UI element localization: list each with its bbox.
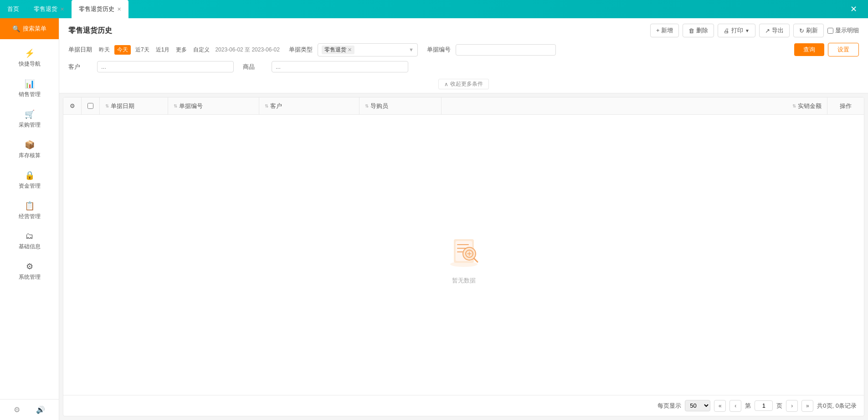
content-area: 零售退货历史 + 新增 🗑 删除 🖨 打印 ▼ ↗ 导出	[59, 18, 868, 420]
svg-line-7	[474, 258, 478, 262]
th-date-label: 单据日期	[111, 102, 134, 110]
export-button[interactable]: ↗ 导出	[759, 24, 790, 37]
page-go-text: 第	[745, 402, 751, 410]
th-no-label: 单据编号	[179, 102, 203, 110]
table-header: ⚙ ⇅ 单据日期 ⇅ 单据编号 ⇅ 客户 ⇅	[63, 97, 864, 115]
page-header-top: 零售退货历史 + 新增 🗑 删除 🖨 打印 ▼ ↗ 导出	[68, 24, 859, 37]
tab-retail-return-history[interactable]: 零售退货历史 ✕	[72, 0, 128, 18]
query-button[interactable]: 查询	[794, 43, 824, 56]
last7-shortcut[interactable]: 近7天	[134, 45, 151, 55]
th-action-label: 操作	[840, 102, 852, 110]
sidebar-item-basic-info[interactable]: 🗂 基础信息	[0, 226, 59, 256]
sidebar-item-purchase-label: 采购管理	[19, 121, 41, 129]
select-all-checkbox[interactable]	[87, 103, 93, 109]
yesterday-shortcut[interactable]: 昨天	[97, 45, 112, 55]
app-close-button[interactable]: ✕	[847, 4, 861, 14]
finance-icon: 🔒	[25, 170, 35, 180]
th-settings[interactable]: ⚙	[63, 97, 82, 114]
date-range-display: 2023-06-02 至 2023-06-02	[215, 46, 279, 54]
sidebar-item-system-label: 系统管理	[19, 273, 41, 281]
page-number-input[interactable]	[755, 400, 773, 411]
purchase-icon: 🛒	[25, 109, 35, 119]
delete-button[interactable]: 🗑 删除	[683, 24, 714, 37]
page-size-label: 每页显示	[657, 402, 681, 410]
th-amount[interactable]: ⇅ 实销金额	[442, 97, 827, 114]
sidebar-item-basic-info-label: 基础信息	[19, 243, 41, 251]
sidebar-item-sales-mgmt[interactable]: 📊 销售管理	[0, 73, 59, 104]
th-checkbox[interactable]	[82, 97, 100, 114]
th-guide[interactable]: ⇅ 导购员	[360, 97, 442, 114]
collapse-up-icon: ∧	[444, 81, 448, 87]
sidebar-bottom: ⚙ 🔊	[0, 399, 59, 420]
header-actions: + 新增 🗑 删除 🖨 打印 ▼ ↗ 导出 ↻	[650, 24, 859, 37]
tab-home[interactable]: 首页	[0, 0, 26, 18]
custom-shortcut[interactable]: 自定义	[191, 45, 211, 55]
th-no[interactable]: ⇅ 单据编号	[168, 97, 259, 114]
last-page-icon: »	[806, 403, 809, 409]
table-container: ⚙ ⇅ 单据日期 ⇅ 单据编号 ⇅ 客户 ⇅	[63, 97, 864, 416]
today-shortcut[interactable]: 今天	[114, 45, 131, 55]
goods-input[interactable]	[272, 61, 408, 72]
tab-retail-return[interactable]: 零售退货 ✕	[26, 0, 72, 18]
first-page-button[interactable]: «	[714, 400, 726, 412]
last-page-button[interactable]: »	[801, 400, 813, 412]
sidebar-item-operation[interactable]: 📋 经营管理	[0, 195, 59, 226]
page-header: 零售退货历史 + 新增 🗑 删除 🖨 打印 ▼ ↗ 导出	[59, 18, 868, 93]
operation-icon: 📋	[25, 201, 35, 211]
sidebar-item-system[interactable]: ⚙ 系统管理	[0, 256, 59, 287]
print-button[interactable]: 🖨 打印 ▼	[718, 24, 755, 37]
tab-home-label: 首页	[7, 5, 19, 13]
sidebar-item-finance[interactable]: 🔒 资金管理	[0, 165, 59, 195]
more-shortcut[interactable]: 更多	[174, 45, 189, 55]
prev-page-icon: ‹	[734, 403, 736, 409]
last-month-shortcut[interactable]: 近1月	[154, 45, 172, 55]
show-detail-checkbox[interactable]	[827, 28, 833, 34]
settings-gear-icon[interactable]: ⚙	[14, 405, 20, 414]
date-filter-item: 单据日期 昨天 今天 近7天 近1月 更多 自定义 2023-06-02 至 2…	[68, 45, 280, 55]
sidebar-item-inventory[interactable]: 📦 库存核算	[0, 134, 59, 165]
th-customer[interactable]: ⇅ 客户	[259, 97, 360, 114]
tab-list: 首页 零售退货 ✕ 零售退货历史 ✕	[0, 0, 847, 18]
tab-retail-return-history-close[interactable]: ✕	[117, 6, 121, 12]
doc-no-label: 单据编号	[427, 46, 452, 54]
search-icon: 🔍	[12, 25, 20, 32]
prev-page-button[interactable]: ‹	[729, 400, 741, 412]
collapse-button[interactable]: ∧ 收起更多条件	[438, 79, 489, 89]
doc-type-filter-item: 单据类型 零售退货 ✕ ▼	[289, 43, 418, 56]
sidebar-search-label: 搜索菜单	[23, 25, 46, 33]
doc-type-chevron-icon: ▼	[409, 47, 414, 52]
doc-no-input[interactable]	[456, 44, 556, 56]
tab-retail-return-label: 零售退货	[34, 5, 57, 13]
tab-retail-return-close[interactable]: ✕	[60, 6, 64, 12]
top-nav-right: ✕	[847, 4, 868, 14]
show-detail-checkbox-label[interactable]: 显示明细	[827, 26, 859, 35]
empty-state-illustration	[441, 225, 487, 271]
next-page-icon: ›	[791, 403, 793, 409]
sidebar-item-purchase-mgmt[interactable]: 🛒 采购管理	[0, 104, 59, 134]
page-size-select[interactable]: 50 10 20 100	[685, 400, 710, 411]
doc-type-tag-close[interactable]: ✕	[348, 47, 352, 53]
sidebar-item-operation-label: 经营管理	[19, 213, 41, 220]
delete-icon: 🗑	[688, 27, 694, 34]
doc-type-select[interactable]: 零售退货 ✕ ▼	[318, 43, 418, 56]
sales-icon: 📊	[25, 79, 35, 89]
refresh-button[interactable]: ↻ 刷新	[793, 24, 824, 37]
sidebar-search-button[interactable]: 🔍 搜索菜单	[0, 18, 59, 39]
th-date[interactable]: ⇅ 单据日期	[100, 97, 168, 114]
volume-icon[interactable]: 🔊	[36, 405, 45, 414]
customer-input[interactable]	[97, 61, 234, 72]
next-page-button[interactable]: ›	[786, 400, 798, 412]
sort-guide-icon: ⇅	[365, 103, 369, 108]
sidebar: 🔍 搜索菜单 ⚡ 快捷导航 📊 销售管理 🛒 采购管理 📦 库存核算 🔒	[0, 18, 59, 420]
pagination-bar: 每页显示 50 10 20 100 « ‹ 第 页 ›	[63, 395, 864, 416]
th-customer-label: 客户	[270, 102, 282, 110]
new-button[interactable]: + 新增	[650, 24, 679, 37]
print-icon: 🖨	[724, 27, 729, 34]
sidebar-item-inventory-label: 库存核算	[19, 152, 41, 159]
table-settings-icon: ⚙	[70, 102, 75, 109]
empty-state: 暂无数据	[63, 115, 864, 395]
refresh-icon: ↻	[799, 27, 804, 34]
setting-button[interactable]: 设置	[828, 43, 859, 56]
export-icon: ↗	[765, 27, 770, 34]
sidebar-item-quick-nav[interactable]: ⚡ 快捷导航	[0, 43, 59, 73]
